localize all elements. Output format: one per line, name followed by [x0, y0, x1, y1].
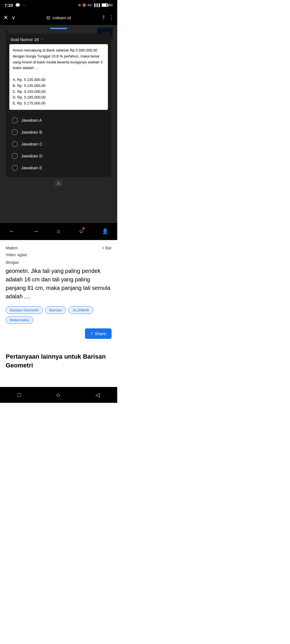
- tag-barisan-geometri[interactable]: Barisan Geometri: [6, 306, 43, 314]
- profile-nav-button[interactable]: 👤: [102, 228, 108, 234]
- home-button[interactable]: ○: [56, 391, 60, 399]
- browser-bar: ✕ ∨ ⊟ colearn.id ⤴ ⋮: [0, 10, 117, 25]
- answer-b-label: Jawaban B: [21, 130, 42, 134]
- whatsapp-icon: 💬: [15, 3, 20, 7]
- answer-option-b[interactable]: Jawaban B: [6, 126, 112, 138]
- warning-icon: ⚠: [55, 180, 63, 187]
- tag-barisan[interactable]: Barisan: [45, 306, 66, 314]
- battery-icon: [102, 3, 108, 7]
- video-label: Video: [6, 253, 16, 257]
- agian-suffix: agian: [18, 253, 27, 257]
- radio-c[interactable]: [12, 141, 18, 147]
- browser-actions: ⤴ ⋮: [102, 14, 114, 21]
- battery-percent: 84: [109, 3, 113, 7]
- tags-row: Barisan Geometri Barisan ALJABAR Matemat…: [6, 306, 112, 324]
- radio-e[interactable]: [12, 165, 18, 171]
- answer-option-c[interactable]: Jawaban C: [6, 138, 112, 150]
- modal-handle: [50, 28, 67, 29]
- modal-overlay: Soal Nomor 16 * Ansori menabung di Bank …: [0, 25, 117, 223]
- share-icon[interactable]: ⤴: [102, 15, 105, 21]
- tag-aljabar[interactable]: ALJABAR: [68, 306, 93, 314]
- section-label: Matem: [6, 246, 18, 250]
- chevron-down-button[interactable]: ∨: [12, 14, 15, 21]
- status-time: 7:20: [5, 3, 13, 8]
- back-nav-button[interactable]: ←: [9, 228, 15, 234]
- option-c: C. Rp. 5.155.000,00: [13, 89, 105, 95]
- close-button[interactable]: ✕: [3, 14, 8, 21]
- option-a: A. Rp. 5.135.000,00: [13, 77, 105, 83]
- content-body: Video agian dengan geometri. Jika tali y…: [6, 253, 112, 301]
- signal-icon: 4G⁺▐▐▐: [88, 3, 100, 7]
- url-area: ⊟ colearn.id: [19, 15, 99, 20]
- option-b: B. Rp. 5.145.000,00: [13, 83, 105, 89]
- radio-b[interactable]: [12, 129, 18, 135]
- answer-e-label: Jawaban E: [21, 165, 42, 170]
- back-button[interactable]: ◁: [95, 391, 100, 398]
- answer-option-e[interactable]: Jawaban E: [6, 162, 112, 174]
- question-label: Soal Nomor 16: [10, 37, 39, 42]
- answer-d-label: Jawaban D: [21, 153, 42, 158]
- tag-matematika[interactable]: Matematika: [6, 316, 33, 324]
- breadcrumb: > Bar: [102, 246, 112, 250]
- radio-d[interactable]: [12, 153, 18, 159]
- browser-url[interactable]: colearn.id: [52, 15, 71, 20]
- dengan-row: dengan: [6, 260, 112, 265]
- top-row: Matem > Bar: [6, 246, 112, 250]
- required-mark: *: [41, 37, 43, 42]
- question-text: Ansori menabung di Bank sebesar Rp 5.000…: [13, 48, 105, 71]
- question-content-box: Ansori menabung di Bank sebesar Rp 5.000…: [9, 44, 108, 110]
- answer-c-label: Jawaban C: [21, 142, 42, 146]
- forward-nav-button[interactable]: →: [33, 228, 39, 234]
- option-d: D. Rp. 5.165.000,00: [13, 95, 105, 100]
- more-icon: ···: [22, 3, 25, 7]
- tabs-icon: ⊟: [46, 15, 50, 20]
- modal-box: Soal Nomor 16 * Ansori menabung di Bank …: [6, 34, 112, 177]
- answer-a-label: Jawaban A: [21, 118, 42, 123]
- question-label-area: Soal Nomor 16 *: [6, 34, 112, 44]
- status-icons: ⊛ 🔕 4G⁺▐▐▐ 84: [78, 3, 113, 7]
- phone-bottom-nav: ← → ⌂ ☺ 👤: [0, 223, 117, 240]
- status-bar: 7:20 💬 ··· ⊛ 🔕 4G⁺▐▐▐ 84: [0, 0, 117, 10]
- main-content: Matem > Bar Video agian dengan geometri.…: [0, 240, 117, 387]
- answer-option-d[interactable]: Jawaban D: [6, 150, 112, 162]
- related-section-title: Pertanyaan lainnya untuk Barisan Geometr…: [6, 352, 112, 370]
- option-e: E. Rp. 5.175.000,00: [13, 100, 105, 106]
- answer-option-a[interactable]: Jawaban A: [6, 114, 112, 126]
- content-description: geometri. Jika tali yang paling pendek a…: [6, 267, 112, 301]
- home-nav-button[interactable]: ⌂: [57, 228, 60, 234]
- emoji-nav-button[interactable]: ☺: [78, 228, 84, 234]
- recent-apps-button[interactable]: □: [18, 391, 21, 398]
- question-options: A. Rp. 5.135.000,00 B. Rp. 5.145.000,00 …: [13, 77, 105, 106]
- bluetooth-icon: ⊛: [78, 3, 81, 7]
- mute-icon: 🔕: [82, 3, 86, 7]
- system-nav: □ ○ ◁: [0, 387, 117, 403]
- notification-dot: [82, 227, 85, 230]
- share-icon-btn: ⤴: [91, 331, 93, 336]
- video-row: Video agian: [6, 253, 112, 257]
- page-content: ≡ oad Ketik 🔍 Seutas tali di panjang mem…: [0, 25, 117, 240]
- share-button[interactable]: ⤴ Share: [85, 328, 112, 339]
- dengan-text: dengan: [6, 260, 19, 265]
- answer-options: Jawaban A Jawaban B Jawaban C Jawaban D …: [6, 113, 112, 177]
- menu-icon[interactable]: ⋮: [109, 14, 114, 21]
- radio-a[interactable]: [12, 117, 18, 123]
- share-row: ⤴ Share: [6, 328, 112, 346]
